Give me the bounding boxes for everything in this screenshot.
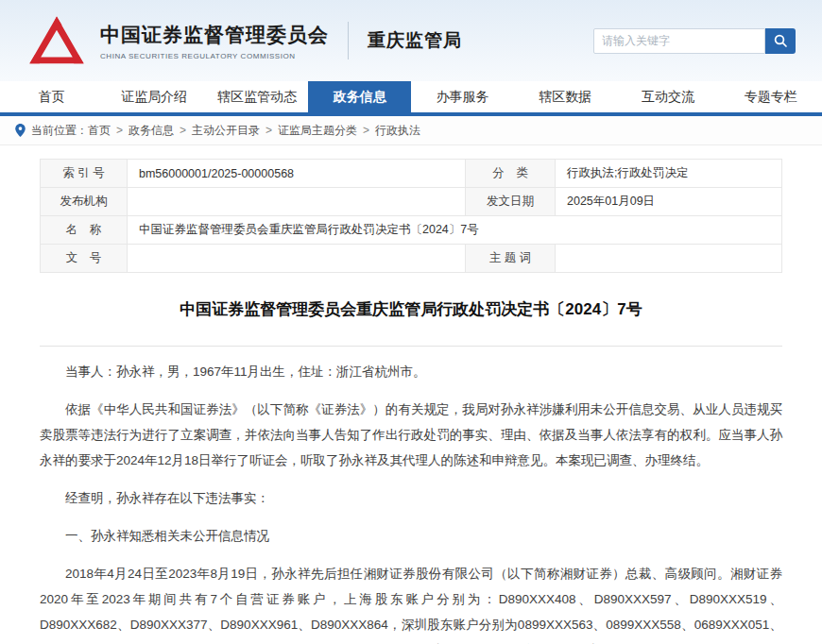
breadcrumb-separator: > bbox=[180, 124, 186, 137]
site-brand[interactable]: 中国证券监督管理委员会 CHINA SECURITIES REGULATORY … bbox=[26, 14, 462, 67]
breadcrumb: 当前位置： 首页 > 政务信息 > 主动公开目录 > 证监局主题分类 > 行政执… bbox=[0, 116, 822, 145]
breadcrumb-topic-classification[interactable]: 证监局主题分类 bbox=[278, 123, 357, 139]
document-title: 中国证券监督管理委员会重庆监管局行政处罚决定书〔2024〕7号 bbox=[40, 298, 782, 320]
nav-item-regulatory-updates[interactable]: 辖区监管动态 bbox=[206, 81, 309, 112]
meta-value-title: 中国证券监督管理委员会重庆监管局行政处罚决定书〔2024〕7号 bbox=[128, 216, 782, 245]
doc-paragraph-findings-intro: 经查明，孙永祥存在以下违法事实： bbox=[40, 485, 782, 511]
meta-label-title: 名 称 bbox=[41, 216, 128, 245]
meta-row: 索 引 号 bm56000001/2025-00000568 分 类 行政执法;… bbox=[41, 160, 782, 188]
nav-item-jurisdiction-data[interactable]: 辖区数据 bbox=[514, 81, 617, 112]
meta-label-issue-date: 发文日期 bbox=[466, 188, 556, 216]
breadcrumb-separator: > bbox=[363, 124, 369, 137]
meta-row: 名 称 中国证券监督管理委员会重庆监管局行政处罚决定书〔2024〕7号 bbox=[41, 216, 782, 245]
breadcrumb-government-info[interactable]: 政务信息 bbox=[128, 123, 174, 139]
nav-item-interaction[interactable]: 互动交流 bbox=[617, 81, 720, 112]
doc-paragraph-facts: 2018年4月24日至2023年8月19日，孙永祥先后担任湘财证券股份有限公司（… bbox=[40, 561, 782, 644]
main-nav: 首页 证监局介绍 辖区监管动态 政务信息 办事服务 辖区数据 互动交流 专题专栏 bbox=[0, 81, 822, 116]
csrc-logo-icon bbox=[26, 14, 87, 67]
org-name-en: CHINA SECURITIES REGULATORY COMMISSION bbox=[100, 52, 329, 60]
branch-name: 重庆监管局 bbox=[368, 28, 462, 53]
magnifier-icon bbox=[773, 33, 788, 48]
location-pin-icon bbox=[15, 124, 26, 137]
nav-item-home[interactable]: 首页 bbox=[0, 81, 103, 112]
meta-label-index-number: 索 引 号 bbox=[41, 160, 128, 188]
nav-item-services[interactable]: 办事服务 bbox=[411, 81, 514, 112]
nav-item-government-info[interactable]: 政务信息 bbox=[308, 81, 411, 112]
nav-item-bureau-intro[interactable]: 证监局介绍 bbox=[103, 81, 206, 112]
meta-label-subject-words: 主 题 词 bbox=[466, 245, 556, 273]
meta-label-doc-number: 文 号 bbox=[41, 245, 128, 273]
main-content: 索 引 号 bm56000001/2025-00000568 分 类 行政执法;… bbox=[0, 145, 822, 644]
doc-paragraph-section-heading: 一、孙永祥知悉相关未公开信息情况 bbox=[40, 523, 782, 549]
org-name: 中国证券监督管理委员会 bbox=[100, 22, 329, 48]
meta-row: 发布机构 发文日期 2025年01月09日 bbox=[41, 188, 782, 216]
meta-label-publisher: 发布机构 bbox=[41, 188, 128, 216]
breadcrumb-prefix: 当前位置： bbox=[31, 123, 88, 139]
search-button[interactable] bbox=[765, 28, 796, 54]
meta-value-issue-date: 2025年01月09日 bbox=[556, 188, 782, 216]
meta-value-index-number: bm56000001/2025-00000568 bbox=[128, 160, 466, 188]
document-body: 当事人：孙永祥，男，1967年11月出生，住址：浙江省杭州市。 依据《中华人民共… bbox=[40, 359, 782, 644]
breadcrumb-open-directory[interactable]: 主动公开目录 bbox=[192, 123, 260, 139]
meta-value-doc-number bbox=[128, 245, 466, 273]
breadcrumb-administrative-enforcement[interactable]: 行政执法 bbox=[375, 123, 420, 139]
nav-item-special-topics[interactable]: 专题专栏 bbox=[719, 81, 822, 112]
search-input[interactable] bbox=[593, 28, 765, 54]
breadcrumb-separator: > bbox=[265, 124, 272, 137]
meta-row: 文 号 主 题 词 bbox=[41, 245, 782, 273]
title-separator bbox=[40, 346, 782, 347]
document-meta-table: 索 引 号 bm56000001/2025-00000568 分 类 行政执法;… bbox=[40, 159, 782, 273]
breadcrumb-separator: > bbox=[116, 124, 123, 137]
meta-value-subject-words bbox=[556, 245, 782, 273]
doc-paragraph-party: 当事人：孙永祥，男，1967年11月出生，住址：浙江省杭州市。 bbox=[40, 359, 782, 384]
breadcrumb-home[interactable]: 首页 bbox=[88, 123, 111, 139]
search-box bbox=[593, 28, 796, 54]
brand-text: 中国证券监督管理委员会 CHINA SECURITIES REGULATORY … bbox=[100, 22, 329, 60]
meta-label-category: 分 类 bbox=[466, 160, 556, 188]
brand-divider bbox=[348, 22, 349, 59]
meta-value-publisher bbox=[128, 188, 466, 216]
site-header: 中国证券监督管理委员会 CHINA SECURITIES REGULATORY … bbox=[0, 0, 822, 81]
doc-paragraph-basis: 依据《中华人民共和国证券法》（以下简称《证券法》）的有关规定，我局对孙永祥涉嫌利… bbox=[40, 397, 782, 473]
meta-value-category: 行政执法;行政处罚决定 bbox=[556, 160, 782, 188]
